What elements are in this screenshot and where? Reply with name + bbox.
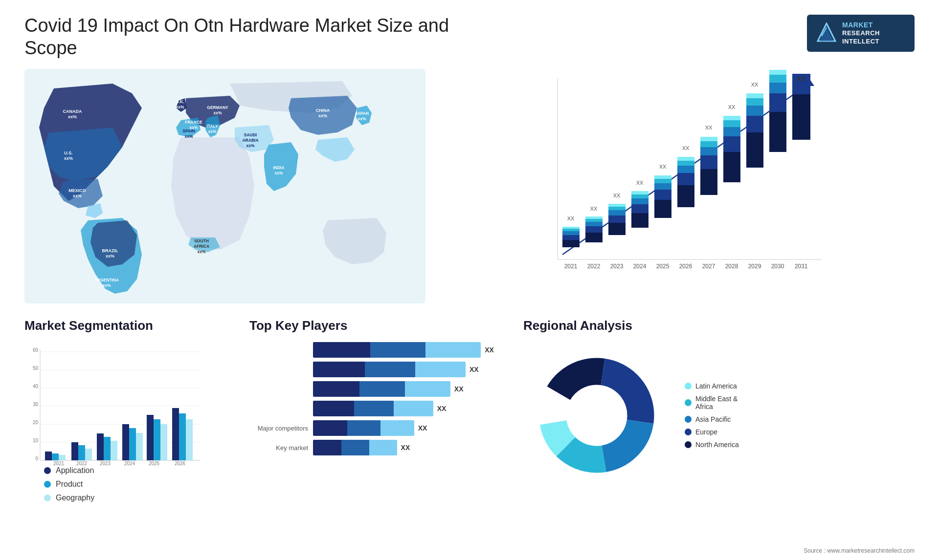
- svg-rect-96: [746, 132, 763, 168]
- svg-rect-68: [654, 200, 671, 218]
- svg-text:ARABIA: ARABIA: [242, 138, 258, 143]
- svg-rect-139: [104, 437, 111, 460]
- svg-text:xx%: xx%: [102, 283, 111, 288]
- svg-text:XX: XX: [705, 125, 713, 130]
- svg-text:2025: 2025: [656, 263, 670, 270]
- svg-text:CANADA: CANADA: [63, 109, 82, 114]
- svg-rect-106: [769, 75, 786, 83]
- svg-rect-51: [585, 216, 603, 219]
- svg-rect-150: [172, 408, 179, 460]
- svg-text:XX: XX: [797, 75, 805, 83]
- player-bar-5: [313, 420, 414, 436]
- svg-rect-130: [45, 452, 52, 460]
- player-xx-6: XX: [401, 444, 410, 452]
- map-svg: CANADA xx% U.S. xx% MEXICO xx% BRAZIL xx…: [24, 69, 425, 303]
- svg-rect-84: [700, 147, 717, 155]
- asia-pacific-label: Asia Pacific: [695, 415, 731, 423]
- legend-middle-east: Middle East &Africa: [685, 395, 739, 410]
- logo-icon: [816, 22, 837, 44]
- svg-text:2023: 2023: [610, 263, 624, 270]
- svg-text:2028: 2028: [725, 263, 738, 270]
- svg-rect-97: [746, 116, 763, 132]
- player-xx-4: XX: [437, 405, 447, 412]
- player-xx-3: XX: [454, 385, 464, 393]
- svg-rect-83: [700, 155, 717, 169]
- player-bar-4: [313, 401, 433, 416]
- key-players-title: Top Key Players: [249, 318, 504, 333]
- svg-text:xx%: xx%: [73, 194, 82, 198]
- svg-rect-107: [769, 70, 786, 75]
- bar-seg-4-2: [354, 401, 394, 416]
- svg-rect-55: [608, 215, 626, 223]
- logo-text: MARKET RESEARCH INTELLECT: [842, 21, 880, 46]
- svg-rect-105: [769, 83, 786, 93]
- source-text: Source : www.marketresearchintellect.com: [804, 547, 915, 554]
- svg-text:XX: XX: [613, 193, 621, 198]
- svg-text:30: 30: [33, 402, 39, 407]
- svg-rect-57: [608, 207, 626, 210]
- growth-chart-svg: XX 2021 XX 2022 XX 2023: [445, 69, 915, 303]
- svg-text:2029: 2029: [748, 263, 761, 270]
- svg-text:xx%: xx%: [64, 156, 73, 161]
- svg-rect-82: [700, 169, 717, 195]
- svg-text:xx%: xx%: [318, 113, 327, 118]
- svg-text:xx%: xx%: [184, 134, 193, 139]
- player-row-1: XX: [249, 342, 504, 358]
- bar-seg-2-2: [365, 362, 415, 377]
- svg-text:U.K.: U.K.: [176, 99, 184, 104]
- geography-dot: [44, 495, 51, 501]
- growth-chart: XX 2021 XX 2022 XX 2023: [445, 69, 915, 303]
- segmentation-legend: Application Product Geography: [44, 466, 230, 502]
- bar-seg-3-1: [313, 381, 359, 397]
- svg-rect-40: [562, 240, 580, 247]
- player-bar-1: [313, 342, 481, 358]
- svg-rect-65: [631, 191, 648, 194]
- legend-north-america: North America: [685, 441, 739, 449]
- bar-seg-4-3: [394, 401, 433, 416]
- svg-rect-146: [147, 415, 154, 460]
- top-section: CANADA xx% U.S. xx% MEXICO xx% BRAZIL xx…: [24, 69, 915, 303]
- svg-text:U.S.: U.S.: [64, 151, 73, 155]
- svg-text:ARGENTINA: ARGENTINA: [94, 278, 119, 282]
- bar-seg-3-2: [359, 381, 405, 397]
- svg-rect-138: [97, 433, 104, 460]
- svg-point-159: [566, 385, 627, 446]
- svg-rect-103: [769, 112, 786, 152]
- player-row-5: Major competitors XX: [249, 420, 504, 436]
- bar-seg-5-3: [380, 420, 414, 436]
- svg-text:40: 40: [33, 384, 39, 389]
- svg-text:XX: XX: [751, 82, 759, 87]
- svg-text:2022: 2022: [76, 461, 88, 466]
- player-bar-wrap-3: XX: [313, 381, 504, 397]
- svg-text:0: 0: [35, 456, 38, 461]
- svg-rect-48: [585, 226, 603, 233]
- svg-rect-132: [59, 455, 66, 460]
- player-xx-5: XX: [418, 424, 427, 432]
- svg-rect-86: [700, 137, 717, 141]
- svg-text:xx%: xx%: [213, 110, 222, 115]
- latin-america-dot: [685, 383, 692, 389]
- donut-svg: [523, 342, 670, 489]
- legend-asia-pacific: Asia Pacific: [685, 415, 739, 423]
- svg-text:2024: 2024: [633, 263, 647, 270]
- svg-rect-93: [723, 116, 740, 120]
- world-map: CANADA xx% U.S. xx% MEXICO xx% BRAZIL xx…: [24, 69, 425, 303]
- svg-text:xx%: xx%: [68, 114, 77, 119]
- svg-rect-61: [631, 213, 648, 228]
- svg-text:SOUTH: SOUTH: [194, 238, 209, 243]
- svg-text:2021: 2021: [564, 263, 578, 270]
- svg-text:XX: XX: [567, 215, 575, 221]
- svg-text:2026: 2026: [175, 461, 186, 466]
- svg-text:2023: 2023: [100, 461, 111, 466]
- svg-rect-78: [677, 161, 694, 166]
- bar-seg-5-1: [313, 420, 347, 436]
- legend-product: Product: [44, 480, 230, 489]
- donut-wrapper: Latin America Middle East &Africa Asia P…: [523, 342, 915, 489]
- svg-text:JAPAN: JAPAN: [355, 111, 369, 116]
- legend-application: Application: [44, 466, 230, 475]
- svg-rect-110: [792, 94, 810, 140]
- svg-rect-41: [562, 235, 580, 240]
- legend-geography: Geography: [44, 494, 230, 502]
- svg-rect-143: [129, 428, 136, 460]
- svg-text:xx%: xx%: [208, 129, 216, 134]
